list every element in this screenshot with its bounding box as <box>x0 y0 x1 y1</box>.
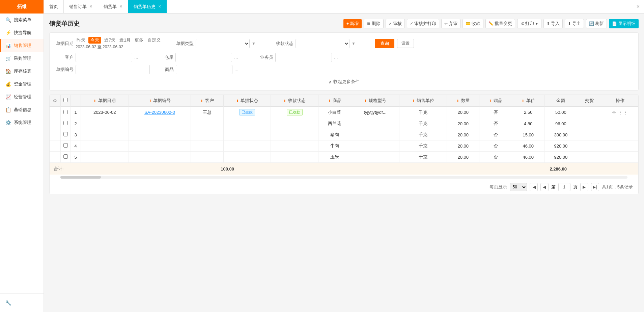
row-doc-date <box>81 140 129 152</box>
th-spec[interactable]: ⬆ 规格型号 <box>351 95 399 107</box>
sidebar-item-sales-mgmt[interactable]: 📊 销售管理 <box>0 39 44 52</box>
date-shortcut-1month[interactable]: 近1月 <box>118 37 132 44</box>
payment-status-filter-group: 收款状态 ▼ <box>275 39 369 48</box>
collect-button[interactable]: 💳 收款 <box>463 19 483 28</box>
sidebar-item-basic-info[interactable]: 📋 基础信息 <box>0 103 44 116</box>
refresh-button[interactable]: 🔄 刷新 <box>586 19 607 28</box>
th-gift[interactable]: ⬆ 赠品 <box>479 95 512 107</box>
sidebar-item-purchase-mgmt[interactable]: 🛒 采购管理 <box>0 52 44 65</box>
date-shortcut-yesterday[interactable]: 昨天 <box>76 37 86 44</box>
window-minimize-icon[interactable]: — <box>629 4 634 9</box>
first-page-button[interactable]: |◀ <box>530 183 538 191</box>
th-unit[interactable]: ⬆ 销售单位 <box>399 95 447 107</box>
th-doc-date[interactable]: ⬆ 单据日期 <box>81 95 129 107</box>
setting-button[interactable]: 设置 <box>397 39 414 48</box>
audit-print-icon: ✓ <box>410 21 413 26</box>
salesperson-input[interactable] <box>275 53 332 62</box>
th-payment-status[interactable]: ⬆ 收款状态 <box>271 95 318 107</box>
row-unit-price: 4.80 <box>512 118 544 129</box>
tab-sales-order[interactable]: 销售订单 ✕ <box>64 0 98 13</box>
gear-icon[interactable]: ⚙ <box>53 98 57 103</box>
data-table: ⚙ ⬆ 单据日期 ⬆ 单据编号 <box>49 95 639 194</box>
row-doc-status <box>223 152 271 163</box>
last-page-button[interactable]: ▶| <box>591 183 599 191</box>
more-action-icon[interactable]: ⋮⋮ <box>618 110 628 115</box>
sidebar-item-search-menu[interactable]: 🔍 搜索菜单 <box>0 14 44 26</box>
date-shortcut-custom[interactable]: 自定义 <box>146 37 162 44</box>
show-detail-button[interactable]: 📄 显示明细 <box>609 19 639 28</box>
warehouse-label: 仓库 <box>155 54 173 60</box>
date-shortcut-more[interactable]: 更多 <box>134 37 144 44</box>
import-button[interactable]: ⬆ 导入 <box>543 19 563 28</box>
th-doc-number[interactable]: ⬆ 单据编号 <box>129 95 191 107</box>
warehouse-input[interactable] <box>175 53 232 62</box>
collapse-button[interactable]: ∧ 收起更多条件 <box>55 77 633 86</box>
row-checkbox[interactable] <box>60 140 71 152</box>
horizontal-scrollbar[interactable] <box>60 176 627 179</box>
filter-row-1: 单据日期 昨天 今天 近7天 近1月 更多 自定义 2023-06-02 至 2… <box>55 37 633 50</box>
sidebar-item-operations[interactable]: 📈 经营管理 <box>0 90 44 103</box>
delete-button[interactable]: 🗑 删除 <box>364 19 384 28</box>
print-button[interactable]: 🖨 打印 ▼ <box>517 19 541 28</box>
row-checkbox[interactable] <box>60 118 71 129</box>
product-picker-icon[interactable]: ... <box>234 67 239 72</box>
window-close-icon[interactable]: ✕ <box>636 4 640 9</box>
print-icon: 🖨 <box>520 21 524 26</box>
edit-action-icon[interactable]: ✏ <box>612 110 616 115</box>
th-unit-price[interactable]: ⬆ 单价 <box>512 95 544 107</box>
sidebar-item-inventory[interactable]: 🏠 库存核算 <box>0 65 44 78</box>
new-button[interactable]: + 新增 <box>343 19 362 28</box>
tab-sales-history-close[interactable]: ✕ <box>158 4 161 9</box>
tab-sales-history[interactable]: 销货单历史 ✕ <box>128 0 167 13</box>
th-quantity[interactable]: ⬆ 数量 <box>447 95 479 107</box>
sidebar-bottom-item1[interactable]: 🔧 <box>0 296 44 309</box>
th-doc-status[interactable]: ⬆ 单据状态 <box>223 95 271 107</box>
th-product[interactable]: ⬆ 商品 <box>318 95 351 107</box>
audit-button[interactable]: ✓ 审核 <box>386 19 405 28</box>
new-icon: + <box>346 21 349 26</box>
date-shortcut-7days[interactable]: 近7天 <box>103 37 116 44</box>
audit-print-button[interactable]: ✓ 审核并打印 <box>407 19 439 28</box>
import-icon: ⬆ <box>547 21 550 26</box>
th-checkbox[interactable] <box>60 95 71 107</box>
customer-picker-icon[interactable]: ... <box>134 55 138 60</box>
abandon-button[interactable]: ↩ 弃审 <box>441 19 460 28</box>
prev-page-button[interactable]: ◀ <box>540 183 549 191</box>
batch-change-button[interactable]: ✏️ 批量变更 <box>485 19 515 28</box>
row-unit: 千克 <box>399 129 447 140</box>
row-checkbox[interactable] <box>60 129 71 140</box>
export-button[interactable]: ⬇ 导出 <box>565 19 584 28</box>
tab-home[interactable]: 首页 <box>44 0 64 13</box>
th-customer[interactable]: ⬆ 客户 <box>191 95 224 107</box>
sidebar-item-finance[interactable]: 💰 资金管理 <box>0 78 44 90</box>
date-shortcut-today[interactable]: 今天 <box>88 37 101 44</box>
next-page-button[interactable]: ▶ <box>580 183 588 191</box>
sidebar-item-quick-nav[interactable]: ⚡ 快捷导航 <box>0 26 44 39</box>
th-amount[interactable]: 金额 <box>544 95 577 107</box>
doc-number-input[interactable] <box>76 65 150 74</box>
page-number-input[interactable] <box>558 183 570 191</box>
sidebar-item-label: 销售管理 <box>14 43 31 49</box>
doc-type-select[interactable] <box>196 39 250 48</box>
select-all-checkbox[interactable] <box>63 98 68 102</box>
payment-status-select[interactable] <box>296 39 349 48</box>
customer-input[interactable] <box>76 53 132 62</box>
query-button[interactable]: 查询 <box>375 39 394 48</box>
salesperson-picker-icon[interactable]: ... <box>334 55 338 60</box>
row-checkbox[interactable] <box>60 152 71 163</box>
row-doc-date: 2023-06-02 <box>81 107 129 118</box>
tab-sales-delivery-close[interactable]: ✕ <box>119 4 122 9</box>
row-product: 西兰花 <box>318 118 351 129</box>
sidebar-item-system-mgmt[interactable]: ⚙️ 系统管理 <box>0 116 44 129</box>
tab-sales-delivery[interactable]: 销货单 ✕ <box>98 0 128 13</box>
row-doc-number <box>129 118 191 129</box>
product-input[interactable] <box>176 65 232 74</box>
tab-sales-order-close[interactable]: ✕ <box>89 4 92 9</box>
scroll-thumb[interactable] <box>60 176 101 179</box>
row-doc-number[interactable]: SA-20230602-0 <box>129 107 191 118</box>
row-checkbox[interactable] <box>60 107 71 118</box>
warehouse-picker-icon[interactable]: ... <box>234 55 238 60</box>
page-size-select[interactable]: 10 20 50 100 <box>510 183 527 191</box>
th-gear[interactable]: ⚙ <box>50 95 60 107</box>
th-transaction[interactable]: 交货 <box>577 95 602 107</box>
